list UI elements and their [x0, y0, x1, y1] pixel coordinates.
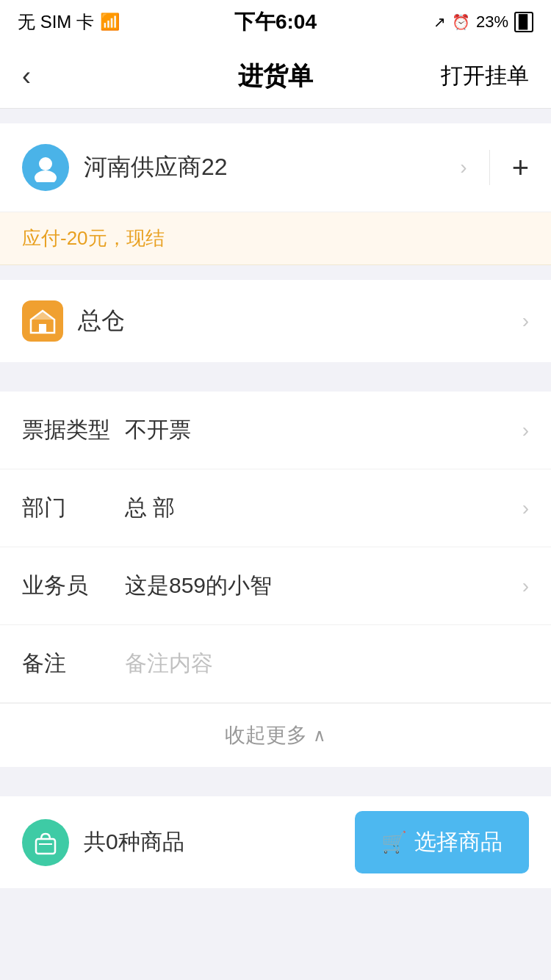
warehouse-icon [22, 300, 63, 342]
section-gap-4 [0, 767, 551, 782]
select-product-button[interactable]: 🛒 选择商品 [355, 811, 529, 873]
salesperson-row[interactable]: 业务员 这是859的小智 › [0, 547, 551, 625]
product-icon-bg [22, 819, 69, 866]
supplier-divider [489, 150, 490, 185]
remark-input[interactable]: 备注内容 [125, 649, 529, 679]
department-row[interactable]: 部门 总 部 › [0, 469, 551, 547]
status-time: 下午6:04 [234, 8, 317, 36]
battery-text: 23% [476, 12, 508, 32]
invoice-type-value: 不开票 [125, 415, 522, 445]
carrier-text: 无 SIM 卡 [18, 10, 94, 34]
alarm-icon: ⏰ [452, 13, 470, 31]
department-chevron-icon: › [522, 497, 529, 520]
invoice-type-row[interactable]: 票据类型 不开票 › [0, 392, 551, 469]
remark-label: 备注 [22, 649, 125, 679]
svg-point-1 [35, 170, 57, 182]
avatar-icon [31, 153, 60, 182]
warehouse-name: 总仓 [78, 305, 522, 337]
warehouse-chevron-icon: › [522, 309, 529, 333]
supplier-row[interactable]: 河南供应商22 › + [0, 123, 551, 212]
battery-icon: ▉ [514, 12, 533, 32]
open-hang-button[interactable]: 打开挂单 [441, 61, 529, 91]
svg-marker-4 [31, 311, 54, 320]
product-count-text: 共0种商品 [84, 827, 355, 857]
status-bar: 无 SIM 卡 📶 下午6:04 ↗ ⏰ 23% ▉ [0, 0, 551, 44]
home-icon [29, 308, 56, 334]
back-button[interactable]: ‹ [22, 61, 66, 92]
notice-banner: 应付-20元，现结 [0, 212, 551, 265]
bottom-bar: 共0种商品 🛒 选择商品 [0, 796, 551, 888]
supplier-name: 河南供应商22 [84, 151, 460, 184]
invoice-type-label: 票据类型 [22, 415, 125, 445]
notice-text: 应付-20元，现结 [22, 227, 165, 249]
svg-rect-5 [36, 839, 55, 854]
invoice-type-chevron-icon: › [522, 419, 529, 442]
supplier-section: 河南供应商22 › + 应付-20元，现结 [0, 123, 551, 265]
warehouse-row[interactable]: 总仓 › [0, 280, 551, 362]
department-value: 总 部 [125, 493, 522, 523]
add-supplier-button[interactable]: + [512, 151, 529, 184]
select-product-icon: 🛒 [381, 830, 407, 854]
section-gap-2 [0, 265, 551, 280]
supplier-chevron-icon: › [460, 156, 467, 179]
status-indicators: ↗ ⏰ 23% ▉ [433, 12, 533, 32]
department-label: 部门 [22, 493, 125, 523]
page-rest [0, 888, 551, 980]
page-title: 进货单 [238, 60, 313, 93]
status-carrier: 无 SIM 卡 📶 [18, 10, 120, 34]
wifi-icon: 📶 [100, 12, 120, 32]
select-product-label: 选择商品 [414, 827, 503, 857]
collapse-label: 收起更多 [225, 721, 307, 749]
salesperson-chevron-icon: › [522, 574, 529, 598]
form-section: 票据类型 不开票 › 部门 总 部 › 业务员 这是859的小智 › 备注 备注… [0, 392, 551, 767]
nav-bar: ‹ 进货单 打开挂单 [0, 44, 551, 109]
warehouse-section: 总仓 › [0, 280, 551, 362]
svg-point-0 [39, 157, 52, 170]
remark-row[interactable]: 备注 备注内容 [0, 625, 551, 703]
collapse-row[interactable]: 收起更多 ∧ [0, 703, 551, 767]
section-gap-3 [0, 362, 551, 377]
salesperson-label: 业务员 [22, 571, 125, 601]
collapse-arrow-icon: ∧ [313, 725, 326, 746]
supplier-avatar [22, 144, 69, 191]
section-gap-1 [0, 109, 551, 123]
svg-rect-3 [39, 324, 46, 333]
shopping-bag-icon [32, 829, 60, 857]
salesperson-value: 这是859的小智 [125, 571, 522, 601]
location-icon: ↗ [433, 13, 446, 31]
